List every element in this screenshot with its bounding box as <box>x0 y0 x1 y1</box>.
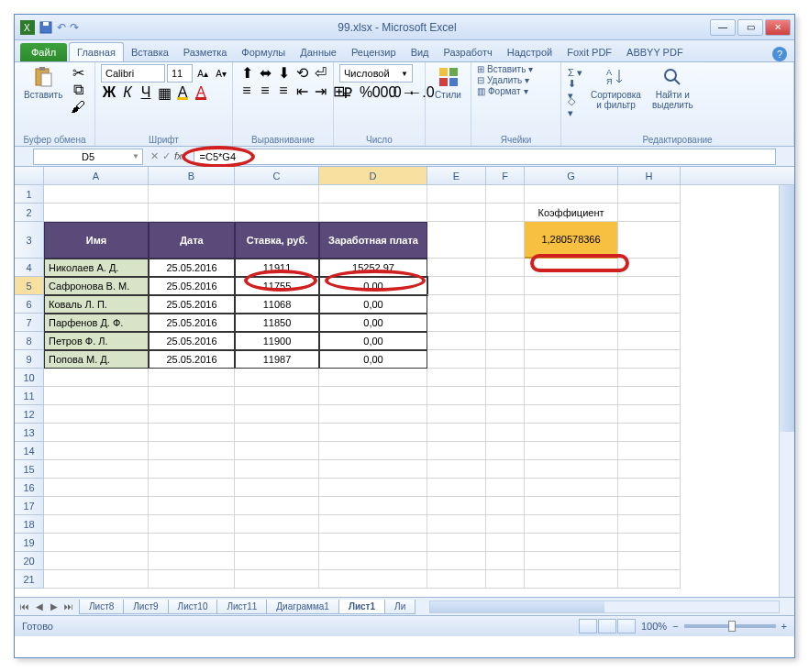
cell-E5[interactable] <box>427 277 486 295</box>
sheet-tab-2[interactable]: Лист10 <box>168 600 218 614</box>
cell-C15[interactable] <box>235 460 319 479</box>
cell-B4[interactable]: 25.05.2016 <box>149 259 235 277</box>
cell-A20[interactable] <box>44 552 149 570</box>
cell-B6[interactable]: 25.05.2016 <box>149 295 235 314</box>
border-icon[interactable]: ▦ <box>156 84 172 101</box>
cell-C21[interactable] <box>235 570 319 589</box>
cell-F21[interactable] <box>486 570 525 589</box>
cell-B7[interactable]: 25.05.2016 <box>149 314 235 332</box>
decrease-font-icon[interactable]: A▾ <box>213 65 229 82</box>
tab-layout[interactable]: Разметка <box>176 43 235 61</box>
cell-H15[interactable] <box>618 460 681 479</box>
tab-developer[interactable]: Разработч <box>437 43 500 61</box>
cell-G18[interactable] <box>525 515 618 534</box>
cell-H12[interactable] <box>618 405 681 424</box>
sheet-tab-3[interactable]: Лист11 <box>216 600 267 614</box>
cell-F17[interactable] <box>486 497 525 515</box>
row-19[interactable]: 19 <box>15 534 44 552</box>
cell-H19[interactable] <box>618 534 681 552</box>
prev-sheet-icon[interactable]: ◀ <box>33 601 46 611</box>
tab-insert[interactable]: Вставка <box>124 43 176 61</box>
cell-G5[interactable] <box>525 277 618 295</box>
tab-formulas[interactable]: Формулы <box>234 43 293 61</box>
cell-H20[interactable] <box>618 552 681 570</box>
cell-E13[interactable] <box>427 424 486 442</box>
cell-E3[interactable] <box>427 222 486 259</box>
cut-icon[interactable]: ✂ <box>70 64 86 81</box>
cell-E12[interactable] <box>427 405 486 424</box>
row-20[interactable]: 20 <box>15 552 44 570</box>
font-color-icon[interactable]: A <box>193 84 209 101</box>
cell-D9[interactable]: 0,00 <box>319 350 427 369</box>
cell-G10[interactable] <box>525 369 618 387</box>
cell-G12[interactable] <box>525 405 618 424</box>
tab-review[interactable]: Рецензир <box>344 43 404 61</box>
clear-icon[interactable]: ◇ ▾ <box>567 99 583 116</box>
cell-D14[interactable] <box>319 442 427 460</box>
cell-B1[interactable] <box>149 185 235 204</box>
cell-C10[interactable] <box>235 369 319 387</box>
cell-C2[interactable] <box>235 204 319 222</box>
cell-F6[interactable] <box>486 295 525 314</box>
row-17[interactable]: 17 <box>15 497 44 515</box>
worksheet[interactable]: A B C D E F G H 1 2 3 4 5 6 7 8 9 10 11 … <box>15 167 794 598</box>
col-B[interactable]: B <box>149 167 235 184</box>
cell-A9[interactable]: Попова М. Д. <box>44 350 149 369</box>
row-7[interactable]: 7 <box>15 314 44 332</box>
cell-G11[interactable] <box>525 387 618 405</box>
cell-D7[interactable]: 0,00 <box>319 314 427 332</box>
cell-H13[interactable] <box>618 424 681 442</box>
cell-D10[interactable] <box>319 369 427 387</box>
cell-D13[interactable] <box>319 424 427 442</box>
cell-C17[interactable] <box>235 497 319 515</box>
cell-E21[interactable] <box>427 570 486 589</box>
cell-A11[interactable] <box>44 387 149 405</box>
vscroll-thumb[interactable] <box>780 185 794 432</box>
cell-B17[interactable] <box>149 497 235 515</box>
cell-G2[interactable]: Коэффициент <box>525 204 618 222</box>
cell-B14[interactable] <box>149 442 235 460</box>
cell-G6[interactable] <box>525 295 618 314</box>
cell-B9[interactable]: 25.05.2016 <box>149 350 235 369</box>
cells-grid[interactable]: Коэффициент Имя Дата Ставка, руб. Зарабо… <box>44 185 794 589</box>
cell-F1[interactable] <box>486 185 525 204</box>
cell-E6[interactable] <box>427 295 486 314</box>
number-format-combo[interactable]: Числовой▼ <box>339 64 413 83</box>
view-layout-icon[interactable] <box>598 619 616 633</box>
col-A[interactable]: A <box>44 167 149 184</box>
cell-F5[interactable] <box>486 277 525 295</box>
row-3[interactable]: 3 <box>15 222 44 259</box>
header-date[interactable]: Дата <box>149 222 235 259</box>
cell-F11[interactable] <box>486 387 525 405</box>
format-painter-icon[interactable]: 🖌 <box>70 99 86 116</box>
cell-B15[interactable] <box>149 460 235 479</box>
last-sheet-icon[interactable]: ⏭ <box>62 601 75 611</box>
row-15[interactable]: 15 <box>15 460 44 479</box>
cell-F19[interactable] <box>486 534 525 552</box>
zoom-slider[interactable] <box>684 624 776 628</box>
cell-A10[interactable] <box>44 369 149 387</box>
cell-E1[interactable] <box>427 185 486 204</box>
cell-C19[interactable] <box>235 534 319 552</box>
tab-foxit[interactable]: Foxit PDF <box>560 43 619 61</box>
italic-icon[interactable]: К <box>119 84 136 101</box>
cell-H5[interactable] <box>618 277 681 295</box>
cell-B2[interactable] <box>149 204 235 222</box>
cell-H8[interactable] <box>618 332 681 350</box>
insert-cells-button[interactable]: ⊞Вставить ▾ <box>477 64 533 74</box>
cell-E19[interactable] <box>427 534 486 552</box>
cell-C6[interactable]: 11068 <box>235 295 319 314</box>
cell-F14[interactable] <box>486 442 525 460</box>
enter-formula-icon[interactable]: ✓ <box>162 150 171 162</box>
cell-B12[interactable] <box>149 405 235 424</box>
minimize-button[interactable]: — <box>710 19 736 36</box>
row-14[interactable]: 14 <box>15 442 44 460</box>
cell-A21[interactable] <box>44 570 149 589</box>
copy-icon[interactable]: ⧉ <box>70 82 86 98</box>
decrease-indent-icon[interactable]: ⇤ <box>294 83 310 99</box>
cell-C9[interactable]: 11987 <box>235 350 319 369</box>
cell-A2[interactable] <box>44 204 149 222</box>
underline-icon[interactable]: Ч <box>138 84 154 101</box>
cell-G19[interactable] <box>525 534 618 552</box>
help-icon[interactable]: ? <box>772 47 787 61</box>
